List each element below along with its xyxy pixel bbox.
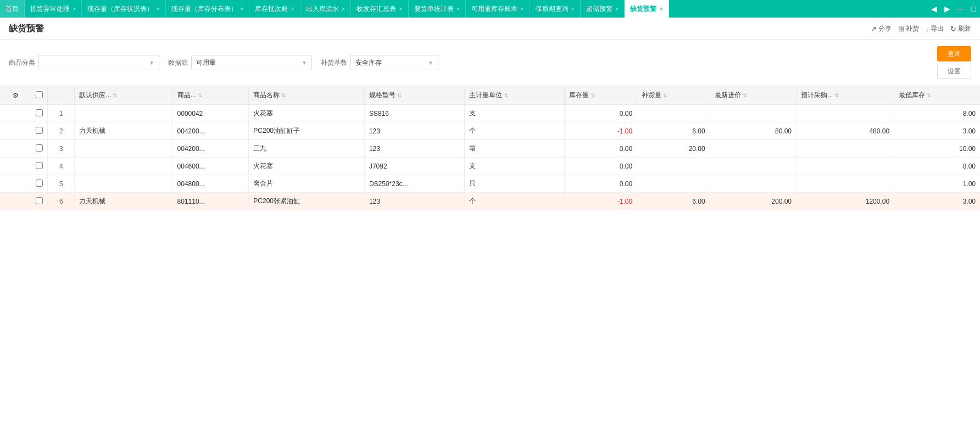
row-price-2 xyxy=(710,140,796,158)
share-button[interactable]: ↗ 分享 xyxy=(871,24,892,33)
category-select[interactable]: ▼ xyxy=(38,55,159,70)
row-price-3 xyxy=(710,158,796,175)
th-unit[interactable]: 主计量单位 ⇅ xyxy=(464,86,564,105)
row-name-0: 火花塞 xyxy=(249,105,365,122)
row-min-2: 10.00 xyxy=(894,140,980,158)
th-product-code[interactable]: 商品... ⇅ xyxy=(172,86,249,105)
th-gear[interactable]: ⚙ xyxy=(0,86,31,105)
sort-icon-supplier: ⇅ xyxy=(113,92,117,98)
tab-close-inout[interactable]: × xyxy=(342,5,345,12)
row-checkbox-2[interactable] xyxy=(36,144,43,152)
row-check-4[interactable] xyxy=(31,175,48,193)
page-title: 缺货预警 xyxy=(9,23,44,35)
query-button[interactable]: 查询 xyxy=(937,46,971,61)
row-min-1: 3.00 xyxy=(894,122,980,140)
row-checkbox-3[interactable] xyxy=(36,162,43,169)
table-row: 5 004800... 离合片 DS250*23c... 只 0.00 1.00 xyxy=(0,175,980,193)
refresh-button[interactable]: ↻ 刷新 xyxy=(950,24,971,33)
th-est-purchase[interactable]: 预计采购... ⇅ xyxy=(797,86,894,105)
tab-close-shortage[interactable]: × xyxy=(659,5,662,12)
tab-close-inv-status[interactable]: × xyxy=(156,5,159,12)
export-button[interactable]: ↓ 导出 xyxy=(926,24,944,33)
table-row: 6 力天机械 801110... PC200张紧油缸 123 个 -1.00 6… xyxy=(0,193,980,210)
tab-shortage[interactable]: 缺货预警 × xyxy=(625,0,669,18)
th-spec[interactable]: 规格型号 ⇅ xyxy=(364,86,464,105)
th-product-name[interactable]: 商品名称 ⇅ xyxy=(249,86,365,105)
tab-close-avail[interactable]: × xyxy=(520,5,524,12)
row-supplier-0 xyxy=(75,105,172,122)
row-check-2[interactable] xyxy=(31,140,48,158)
row-checkbox-1[interactable] xyxy=(36,127,43,134)
row-checkbox-4[interactable] xyxy=(36,180,43,187)
row-num-0: 1 xyxy=(48,105,75,122)
replenish-base-select[interactable]: 安全库存 ▼ xyxy=(350,55,438,70)
tab-close-collect[interactable]: × xyxy=(399,5,402,12)
row-code-1: 004200... xyxy=(172,122,249,140)
category-label: 商品分类 xyxy=(9,58,35,68)
row-check-3[interactable] xyxy=(31,158,48,175)
row-checkbox-0[interactable] xyxy=(36,109,43,116)
sort-icon-replenish: ⇅ xyxy=(663,92,667,98)
row-code-0: 0000042 xyxy=(172,105,249,122)
row-supplier-4 xyxy=(75,175,172,193)
tab-collect-summary[interactable]: 收发存汇总表 × xyxy=(351,0,408,18)
replenish-button[interactable]: ⊞ 补货 xyxy=(898,24,919,33)
tab-order-stats[interactable]: 要货单统计表 × xyxy=(409,0,466,18)
row-check-5[interactable] xyxy=(31,193,48,210)
tab-overstock[interactable]: 超储预警 × xyxy=(581,0,625,18)
th-default-supplier[interactable]: 默认供应... ⇅ xyxy=(75,86,172,105)
row-gear-4 xyxy=(0,175,31,193)
select-all-checkbox[interactable] xyxy=(36,91,43,98)
th-replenish-qty[interactable]: 补货量 ⇅ xyxy=(637,86,710,105)
settings-button[interactable]: 设置 xyxy=(937,64,971,79)
th-check[interactable] xyxy=(31,86,48,105)
row-min-5: 3.00 xyxy=(894,193,980,210)
row-num-3: 4 xyxy=(48,158,75,175)
sort-icon-min: ⇅ xyxy=(927,92,931,98)
sort-icon-price: ⇅ xyxy=(743,92,747,98)
row-supplier-2 xyxy=(75,140,172,158)
sort-icon-unit: ⇅ xyxy=(504,92,508,98)
tab-expiry[interactable]: 保质期查询 × xyxy=(530,0,581,18)
row-spec-3: J7092 xyxy=(364,158,464,175)
row-check-1[interactable] xyxy=(31,122,48,140)
row-name-1: PC200油缸缸子 xyxy=(249,122,365,140)
tab-inout-flow[interactable]: 出入库流水 × xyxy=(300,0,351,18)
tab-prev-button[interactable]: ◀ xyxy=(927,0,940,18)
page-header: 缺货预警 ↗ 分享 ⊞ 补货 ↓ 导出 ↻ 刷新 xyxy=(0,18,980,40)
tab-next-button[interactable]: ▶ xyxy=(940,0,954,18)
row-min-0: 8.00 xyxy=(894,105,980,122)
th-min-stock[interactable]: 最低库存 ⇅ xyxy=(894,86,980,105)
th-stock-qty[interactable]: 库存量 ⇅ xyxy=(564,86,637,105)
tab-abnormal[interactable]: 拣货异常处理 × xyxy=(25,0,82,18)
tab-close-abnormal[interactable]: × xyxy=(73,5,76,12)
replenish-base-label: 补货基数 xyxy=(321,58,347,68)
category-chevron-icon: ▼ xyxy=(149,60,154,66)
tab-available-ledger[interactable]: 可用量库存账本 × xyxy=(466,0,530,18)
row-num-5: 6 xyxy=(48,193,75,210)
tab-close-batch[interactable]: × xyxy=(291,5,294,12)
tab-maximize-button[interactable]: □ xyxy=(967,0,980,18)
row-checkbox-5[interactable] xyxy=(36,197,43,204)
tab-home[interactable]: 首页 xyxy=(0,0,25,18)
tab-bar: 首页 拣货异常处理 × 现存量（库存状况表） × 现存量（库存分布表） × 库存… xyxy=(0,0,980,18)
tab-close-expiry[interactable]: × xyxy=(571,5,575,12)
tab-batch-account[interactable]: 库存批次账 × xyxy=(249,0,300,18)
tab-minimize-button[interactable]: ─ xyxy=(954,0,967,18)
row-gear-3 xyxy=(0,158,31,175)
row-unit-2: 箱 xyxy=(464,140,564,158)
row-est-5: 1200.00 xyxy=(797,193,894,210)
tab-inventory-dist[interactable]: 现存量（库存分布表） × xyxy=(166,0,249,18)
row-check-0[interactable] xyxy=(31,105,48,122)
tab-close-inv-dist[interactable]: × xyxy=(240,5,243,12)
row-replenish-2: 20.00 xyxy=(637,140,710,158)
row-num-1: 2 xyxy=(48,122,75,140)
tab-inventory-status[interactable]: 现存量（库存状况表） × xyxy=(82,0,165,18)
sort-icon-code: ⇅ xyxy=(198,92,202,98)
tab-close-order[interactable]: × xyxy=(456,5,460,12)
datasource-select[interactable]: 可用量 ▼ xyxy=(191,55,312,70)
row-name-3: 火花塞 xyxy=(249,158,365,175)
tab-close-overstock[interactable]: × xyxy=(615,5,619,12)
th-latest-price[interactable]: 最新进价 ⇅ xyxy=(710,86,796,105)
row-replenish-4 xyxy=(637,175,710,193)
